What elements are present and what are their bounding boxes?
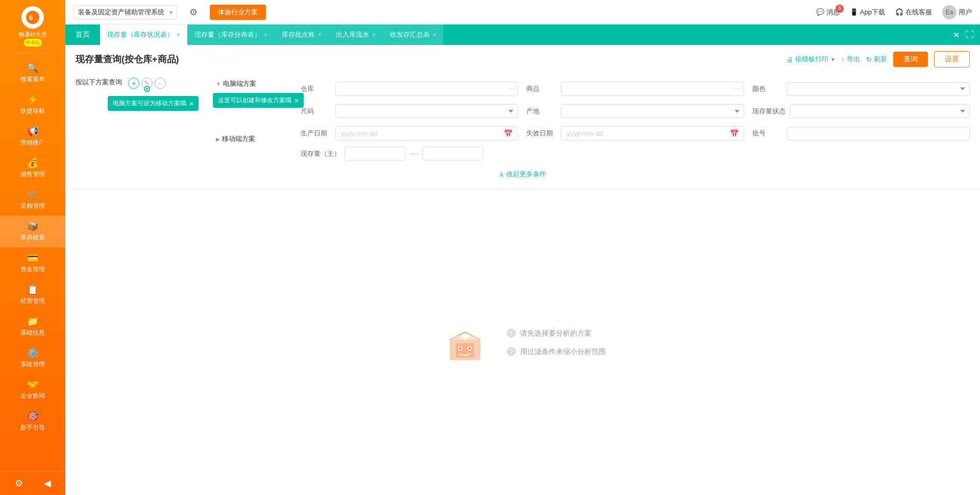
tab-recv-send[interactable]: 收发存汇总表 × (383, 25, 444, 45)
app-download-btn[interactable]: 📱 App下载 (850, 8, 885, 17)
enterprise-icon: 🤝 (27, 379, 38, 390)
settings-gear-btn[interactable]: ⚙ (185, 4, 202, 20)
tab-bar-right: ✕ ⛶ (951, 28, 980, 42)
page-title: 现存量查询(按仓库+商品) (76, 53, 179, 65)
filter-panel: 按以下方案查询 + ✎ ← 电脑方案可设为移动方案哦 × (65, 72, 980, 190)
print-dropdown-icon: ▼ (830, 57, 836, 62)
sidebar-item-enterprise[interactable]: 🤝 企业协同 (0, 374, 65, 406)
svg-text:6: 6 (29, 14, 33, 21)
sidebar-item-basic-info[interactable]: 📁 基础信息 (0, 311, 65, 342)
field-warehouse-label: 仓库 (301, 84, 331, 93)
message-icon: 💬 (816, 8, 824, 16)
sidebar-item-quick-nav[interactable]: ⚡ 快捷导航 (0, 89, 65, 121)
tab-close-inventory-status[interactable]: × (177, 31, 180, 38)
sidebar-item-search[interactable]: 🔍 搜索菜单 (0, 57, 65, 89)
header-right: 💬 消息 6 📱 App下载 🎧 在线客服 Ea 用户 (816, 5, 972, 19)
sidebar-item-label: 系统管理 (20, 360, 45, 369)
sys-icon: ⚙️ (27, 347, 38, 359)
reset-settings-btn[interactable]: 设置 (934, 51, 970, 67)
sidebar-item-label: 营销推广 (20, 138, 45, 147)
sidebar-item-sys-mgmt[interactable]: ⚙️ 系统管理 (0, 342, 65, 374)
exp-date-placeholder: yyyy-mm-dd (567, 130, 603, 137)
prod-date-input[interactable]: yyyy-mm-dd 📅 (335, 126, 518, 140)
template-print-label: 按模板打印 (795, 55, 828, 64)
system-name-dropdown[interactable]: 装备及固定资产辅助管理系统 ▼ (74, 5, 177, 19)
fullscreen-btn[interactable]: ⛶ (964, 28, 976, 41)
messages-btn[interactable]: 💬 消息 6 (816, 8, 840, 17)
fields-area: 仓库 ··· 商品 ··· (301, 78, 970, 160)
query-btn[interactable]: 查询 (893, 52, 928, 67)
back-scheme-btn[interactable]: ← (155, 78, 166, 89)
origin-select[interactable] (561, 104, 744, 118)
sidebar-item-inventory[interactable]: 📦 库存核算 (0, 216, 65, 247)
tab-label: 出入库流水 (336, 30, 369, 39)
step-2-num: 2 (507, 347, 516, 356)
template-print-btn[interactable]: 🖨 按模板打印 ▼ (787, 55, 836, 64)
warehouse-dots-btn[interactable]: ··· (508, 84, 514, 93)
collapse-conditions-btn[interactable]: ∧ 收起更多条件 (76, 166, 970, 183)
close-all-tabs-btn[interactable]: ✕ (951, 28, 962, 42)
filter-label: 按以下方案查询 (76, 78, 122, 87)
tab-inventory-status[interactable]: 现存量（库存状况表） × (100, 25, 187, 45)
tab-label: 现存量（库存分布表） (194, 30, 261, 39)
field-warehouse: 仓库 ··· (301, 82, 518, 96)
logo-text: 畅通好生意 (19, 31, 47, 38)
sidebar-item-label: 资金管理 (20, 265, 45, 274)
settings-bottom-btn[interactable]: ⚙ (15, 478, 23, 489)
step-2-text: 用过滤条件来缩小分析范围 (520, 344, 606, 359)
sidebar-item-finance[interactable]: 💳 资金管理 (0, 247, 65, 279)
color-select[interactable] (787, 82, 970, 96)
export-btn[interactable]: ↑ 导出 (842, 55, 861, 64)
logo-icon: 6 (21, 6, 44, 29)
fields-row3: 生产日期 yyyy-mm-dd 📅 失效日期 yyyy-mm-dd 📅 (301, 122, 970, 145)
tab-inventory-dist[interactable]: 现存量（库存分布表） × (187, 25, 275, 45)
sidebar-item-operations[interactable]: 📋 经营管理 (0, 279, 65, 311)
tab-close-inventory-dist[interactable]: × (264, 31, 267, 38)
tab-close-batch-ledger[interactable]: × (318, 31, 322, 38)
field-batch: 批号 (752, 126, 970, 140)
stock-main-to[interactable] (422, 147, 483, 160)
tooltip-create-close-btn[interactable]: × (295, 97, 299, 105)
tooltip-scheme: 电脑方案可设为移动方案哦 × (108, 96, 199, 111)
sidebar-item-guide[interactable]: 🎯 新手引导 (0, 406, 65, 437)
collapse-sidebar-btn[interactable]: ◀ (44, 478, 51, 489)
search-icon: 🔍 (27, 62, 38, 74)
sidebar-item-sales[interactable]: 💰 销售管理 (0, 152, 65, 184)
add-scheme-btn[interactable]: + (128, 78, 139, 89)
logo-badge: 标准版 (24, 39, 42, 46)
svg-point-6 (459, 347, 461, 349)
message-badge: 6 (836, 5, 844, 13)
field-goods-label: 商品 (526, 84, 557, 93)
online-support-btn[interactable]: 🎧 在线客服 (895, 8, 932, 17)
exp-date-calendar-icon[interactable]: 📅 (730, 129, 739, 137)
prod-date-placeholder: yyyy-mm-dd (341, 130, 377, 137)
refresh-btn[interactable]: ↻ 刷新 (866, 55, 887, 64)
sidebar-item-label: 库存核算 (20, 233, 45, 242)
size-select[interactable] (335, 104, 518, 118)
tab-batch-ledger[interactable]: 库存批次账 × (275, 25, 329, 45)
online-support-label: 在线客服 (905, 8, 932, 17)
sidebar-item-purchase[interactable]: 🛒 采购管理 (0, 184, 65, 216)
experience-btn[interactable]: 体验行业方案 (210, 5, 266, 20)
finance-icon: 💳 (27, 252, 38, 264)
tooltip-scheme-close-btn[interactable]: × (189, 100, 193, 108)
exp-date-input[interactable]: yyyy-mm-dd 📅 (561, 126, 744, 140)
stock-status-select[interactable] (790, 104, 970, 118)
prod-date-calendar-icon[interactable]: 📅 (504, 129, 512, 137)
sidebar-nav: 🔍 搜索菜单 ⚡ 快捷导航 📢 营销推广 💰 销售管理 🛒 采购管理 📦 库存核… (0, 53, 65, 471)
fields-row1: 仓库 ··· 商品 ··· (301, 78, 970, 100)
user-btn[interactable]: Ea 用户 (942, 5, 972, 19)
sidebar-item-label: 企业协同 (20, 392, 45, 400)
sidebar-item-marketing[interactable]: 📢 营销推广 (0, 121, 65, 152)
tab-inout-flow[interactable]: 出入库流水 × (329, 25, 383, 45)
stock-main-from[interactable] (345, 147, 406, 160)
batch-input[interactable] (787, 127, 970, 140)
marketing-icon: 📢 (27, 126, 38, 137)
tab-close-recv-send[interactable]: × (433, 31, 436, 38)
goods-dots-btn[interactable]: ··· (733, 84, 740, 93)
tab-close-inout-flow[interactable]: × (372, 31, 376, 38)
tab-label: 库存批次账 (282, 30, 315, 39)
tab-home[interactable]: 首页 (65, 25, 100, 45)
purchase-icon: 🛒 (27, 189, 38, 200)
page-actions: 🖨 按模板打印 ▼ ↑ 导出 ↻ 刷新 查询 设置 (787, 51, 970, 67)
